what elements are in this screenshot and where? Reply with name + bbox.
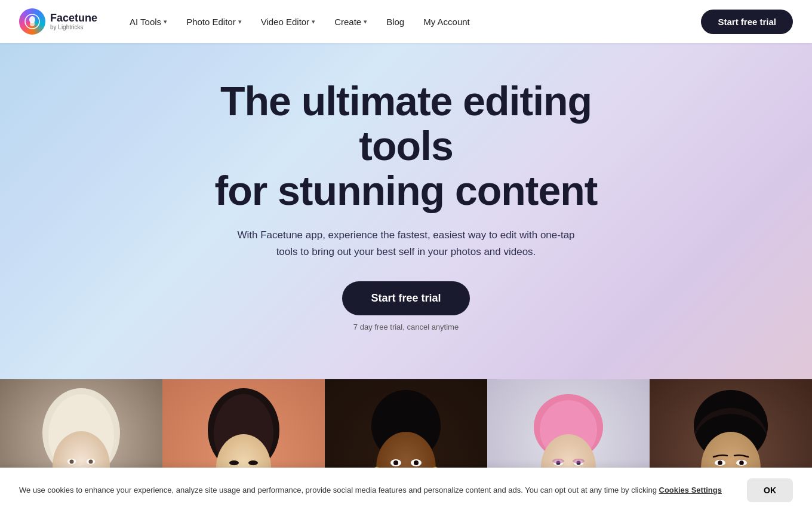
svg-point-17 [229,460,239,465]
hero-title: The ultimate editing tools for stunning … [173,79,639,213]
facetune-logo-svg [24,14,40,29]
hero-trial-note: 7 day free trial, cancel anytime [353,322,459,331]
svg-point-55 [739,460,744,465]
navigation: Facetune by Lightricks AI Tools ▾ Photo … [0,0,812,43]
svg-point-44 [552,459,564,463]
svg-point-30 [414,460,419,465]
logo-icon [19,8,45,35]
svg-point-28 [393,460,398,465]
nav-item-blog[interactable]: Blog [378,12,413,32]
svg-point-53 [718,460,722,465]
cookie-ok-button[interactable]: OK [747,478,793,502]
nav-item-my-account[interactable]: My Account [415,12,478,32]
chevron-down-icon: ▾ [312,18,315,26]
cookie-text: We use cookies to enhance your experienc… [19,484,737,496]
cookies-settings-link[interactable]: Cookies Settings [659,486,722,494]
nav-links: AI Tools ▾ Photo Editor ▾ Video Editor ▾… [121,12,701,32]
logo[interactable]: Facetune by Lightricks [19,8,97,35]
hero-section: The ultimate editing tools for stunning … [0,43,812,379]
logo-text: Facetune by Lightricks [50,13,97,31]
hero-subtitle: With Facetune app, experience the fastes… [227,227,585,259]
chevron-down-icon: ▾ [364,18,367,26]
chevron-down-icon: ▾ [164,18,167,26]
nav-item-photo-editor[interactable]: Photo Editor ▾ [178,12,250,32]
svg-point-18 [248,460,258,465]
nav-item-video-editor[interactable]: Video Editor ▾ [253,12,324,32]
nav-item-ai-tools[interactable]: AI Tools ▾ [121,12,176,32]
nav-start-free-trial-button[interactable]: Start free trial [701,10,793,34]
hero-start-free-trial-button[interactable]: Start free trial [342,281,469,315]
svg-point-2 [30,21,35,26]
svg-point-10 [89,459,93,463]
nav-item-create[interactable]: Create ▾ [326,12,376,32]
chevron-down-icon: ▾ [238,18,242,26]
cookie-banner: We use cookies to enhance your experienc… [0,468,812,513]
svg-point-45 [573,459,585,463]
svg-point-8 [70,459,74,463]
